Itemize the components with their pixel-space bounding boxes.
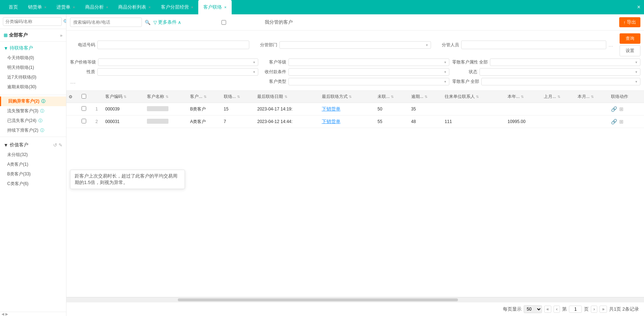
filter-status-select[interactable]: ▾	[479, 68, 640, 76]
link-action-icon2[interactable]: 🔗	[611, 119, 617, 124]
tab-home[interactable]: 首页	[4, 0, 23, 14]
filter-payment-select[interactable]: ▾	[288, 68, 449, 76]
next-page-button[interactable]: ›	[591, 306, 597, 313]
close-purchase-tab[interactable]: ×	[73, 5, 75, 9]
col-code[interactable]: 客户编码 ⇅	[103, 91, 145, 103]
sidebar: 🔍 ⊞ 全部客户 » ▼ 待联络客户 今天待联络(0) 明天待联络(1) 近7天…	[0, 14, 66, 316]
filter-scatter-attr-select[interactable]: ▾	[490, 58, 640, 66]
page-number-input[interactable]	[569, 306, 582, 313]
more-conditions-button[interactable]: ▽ 更多条件 ∧	[153, 19, 181, 25]
col-name[interactable]: 客户名称 ⇅	[145, 91, 188, 103]
prev-page-button[interactable]: ‹	[553, 306, 560, 313]
my-customers-checkbox[interactable]	[184, 20, 263, 25]
main-layout: 🔍 ⊞ 全部客户 » ▼ 待联络客户 今天待联络(0) 明天待联络(1) 近7天…	[0, 14, 644, 316]
close-product-analysis-tab[interactable]: ×	[106, 5, 108, 9]
col-overdue[interactable]: 逾期... ⇅	[409, 91, 443, 103]
cell-this-year	[505, 103, 542, 115]
col-type[interactable]: 客户... ⇅	[188, 91, 221, 103]
filter-price-grade-select[interactable]: ▾	[98, 58, 258, 66]
sidebar-value-group: ▼ 价值客户 ↺ ✎ 未分组(32) A类客户(1) B类客户(33) C类客户…	[0, 138, 66, 190]
filter-phone-input[interactable]	[97, 41, 249, 49]
col-last-month[interactable]: 上月... ⇅	[542, 91, 575, 103]
close-customer-contact-tab[interactable]: ×	[224, 5, 226, 9]
sidebar-item-class-c[interactable]: C类客户(6)	[0, 179, 66, 189]
horizontal-scrollbar[interactable]	[66, 297, 644, 302]
col-last-method[interactable]: 最后联络方式 ⇅	[320, 91, 375, 103]
per-page-select[interactable]: 50 100 200	[524, 305, 542, 313]
sidebar-waiting-title[interactable]: ▼ 待联络客户	[0, 43, 66, 53]
col-contact[interactable]: 联络... ⇅	[222, 91, 255, 103]
first-page-button[interactable]: «	[544, 306, 552, 313]
col-this-month[interactable]: 本月... ⇅	[575, 91, 609, 103]
sidebar-item-tomorrow[interactable]: 明天待联络(1)	[0, 63, 66, 72]
sidebar-collapse-icon[interactable]: »	[60, 33, 62, 38]
masked-name	[147, 119, 168, 124]
sidebar-value-group-title[interactable]: ▼ 价值客户 ↺ ✎	[0, 140, 66, 150]
export-button[interactable]: ↑ 导出	[619, 17, 641, 27]
filter-grade-label: 客户等级	[261, 59, 286, 65]
sidebar-item-unclassified[interactable]: 未分组(32)	[0, 150, 66, 160]
filter-scatter-select[interactable]: ▾	[481, 78, 640, 85]
grid-action-icon2[interactable]: ⊞	[619, 119, 624, 124]
method-link2[interactable]: 下销货单	[322, 119, 340, 124]
tab-product-analysis-list[interactable]: 商品分析列表 ×	[113, 0, 156, 14]
filter-dept-select[interactable]: ▾	[279, 41, 431, 49]
filter-dots-field: …	[70, 79, 258, 85]
sidebar-item-lost[interactable]: 已流失客户(24) ⓘ	[0, 116, 66, 126]
refresh-icon[interactable]: ↺	[53, 142, 57, 148]
table-row: 1 000039 B类客户 15 2023-04-17 14:19: 下销货单 …	[66, 103, 644, 115]
sidebar-all-customers[interactable]: ⊞ 全部客户 »	[0, 29, 66, 42]
sidebar-search-icon[interactable]: 🔍	[63, 19, 66, 24]
method-link[interactable]: 下销货单	[322, 106, 340, 112]
close-sales-tab[interactable]: ×	[44, 5, 46, 9]
col-company-contact[interactable]: 往来单位联系人 ⇅	[443, 91, 505, 103]
row2-checkbox[interactable]	[82, 119, 86, 123]
filter-phone-field: 电话号码	[70, 41, 249, 49]
filter-scatter-label: 零散客户 全部	[452, 79, 479, 85]
window-close-icon[interactable]: ×	[637, 4, 640, 10]
filter-nature-select[interactable]: ▾	[97, 68, 258, 76]
sort-this-month-icon: ⇅	[591, 95, 594, 99]
sidebar-divider2	[0, 137, 66, 137]
search-input[interactable]	[70, 18, 142, 27]
col-last-date[interactable]: 最后联络日期 ⇅	[255, 91, 319, 103]
sidebar-item-class-a[interactable]: A类客户(1)	[0, 160, 66, 169]
sidebar-item-class-b[interactable]: B类客户(33)	[0, 169, 66, 179]
grid-icon: ⊞	[4, 33, 8, 38]
close-customer-layered-tab[interactable]: ×	[191, 5, 193, 9]
col-no-contact[interactable]: 未联... ⇅	[375, 91, 409, 103]
sidebar-item-today[interactable]: 今天待联络(0)	[0, 53, 66, 63]
close-product-analysis-list-tab[interactable]: ×	[148, 5, 150, 9]
cell-code: 000031	[103, 115, 145, 128]
filter-more-dots[interactable]: …	[70, 79, 77, 85]
query-button[interactable]: 查询	[620, 33, 640, 44]
sidebar-item-7days[interactable]: 近7天待联络(0)	[0, 72, 66, 82]
filter-customer-type-select[interactable]: ▾	[288, 78, 449, 85]
top-nav: 首页 销货单 × 进货单 × 商品分析 × 商品分析列表 × 客户分层经营 × …	[0, 0, 644, 14]
last-page-button[interactable]: »	[599, 306, 607, 313]
edit-icon[interactable]: ✎	[59, 142, 62, 148]
tab-customer-contact[interactable]: 客户联络 ×	[198, 0, 231, 14]
sidebar-item-declining[interactable]: 持续下滑客户(2) ⓘ	[0, 126, 66, 135]
tab-customer-layered[interactable]: 客户分层经营 ×	[156, 0, 198, 14]
col-settings[interactable]: ⚙	[66, 91, 79, 103]
link-action-icon[interactable]: 🔗	[611, 106, 617, 112]
sidebar-item-overdue[interactable]: 逾期未联络(30)	[0, 82, 66, 92]
filter-search-button[interactable]: 🔍	[145, 20, 150, 25]
tab-product-analysis[interactable]: 商品分析 ×	[80, 0, 113, 14]
filter-grade-select[interactable]: ▾	[288, 58, 449, 66]
sidebar-search-input[interactable]	[3, 17, 62, 26]
sidebar-item-loss-warning[interactable]: 流失预警客户(3) ⓘ	[0, 106, 66, 116]
col-this-year[interactable]: 本年... ⇅	[505, 91, 542, 103]
filter-manager-input[interactable]	[461, 41, 606, 49]
my-customers-checkbox-label[interactable]: 我分管的客户	[184, 19, 293, 25]
select-all-checkbox[interactable]	[82, 94, 86, 99]
settings-button[interactable]: 设置	[620, 45, 640, 56]
sidebar-item-repurchase-anomaly[interactable]: 回购异常客户(2) ⓘ	[0, 96, 66, 106]
tab-sales[interactable]: 销货单 ×	[23, 0, 51, 14]
h-scroll-thumb[interactable]	[178, 298, 458, 301]
grid-action-icon[interactable]: ⊞	[619, 106, 624, 112]
row1-checkbox[interactable]	[82, 106, 86, 111]
filter-manager-dots[interactable]: …	[608, 42, 613, 48]
tab-purchase[interactable]: 进货单 ×	[51, 0, 80, 14]
